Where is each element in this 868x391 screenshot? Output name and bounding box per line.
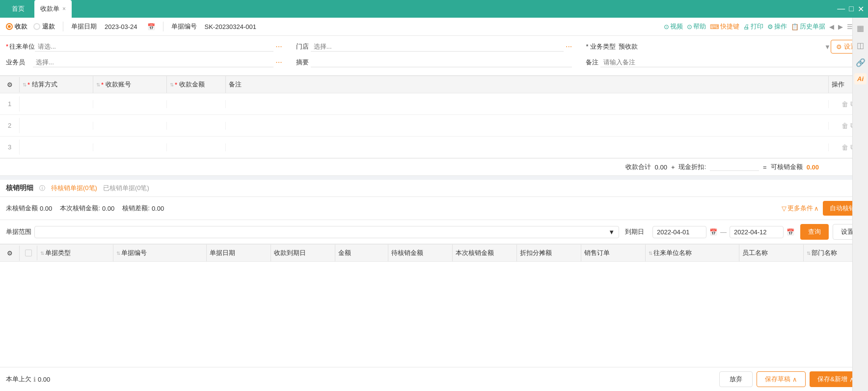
bottom-bar: 本单上欠 ℹ 0.00 放弃 保存草稿 ∧ 保存&新增 ∧	[0, 367, 868, 391]
row-1-beizhu[interactable]	[226, 100, 829, 108]
summary-input[interactable]	[311, 57, 572, 67]
bottom-stat-info-icon[interactable]: ℹ	[33, 376, 36, 383]
print-link[interactable]: 🖨 打印	[743, 22, 763, 31]
window-minimize-icon[interactable]: —	[837, 4, 845, 13]
row-1-delete-icon[interactable]: 🗑	[841, 100, 848, 108]
filter-range-select[interactable]: ▼	[34, 226, 619, 238]
table-header: ⚙ ⇅ * 结算方式 ⇅ * 收款账号 ⇅ * 收款金额 备注 操作	[0, 76, 868, 93]
row-3-delete-icon[interactable]: 🗑	[841, 143, 848, 151]
nav-next-icon[interactable]: ▶	[838, 23, 843, 30]
row-3-beizhu[interactable]	[226, 143, 829, 151]
vth-discount: 折扣分摊额	[517, 245, 581, 261]
tab-close-icon[interactable]: ×	[62, 5, 66, 12]
number-value: SK-20230324-001	[205, 23, 257, 30]
verify-header: 核销明细 ⓘ 待核销单据(0笔) 已核销单据(0笔)	[0, 180, 868, 197]
nav-prev-icon[interactable]: ◀	[829, 23, 834, 30]
filter-row: 单据范围 ▼ 到期日 📅 — 📅 查询 设置	[0, 220, 868, 244]
row-3-jine[interactable]	[167, 143, 226, 151]
vth-num: ⇅ 单据编号	[113, 245, 207, 261]
vth-checkbox[interactable]	[20, 246, 37, 260]
staff-input[interactable]	[33, 57, 273, 67]
shortcut-link[interactable]: ⌨ 快捷键	[710, 22, 739, 31]
filter-date-range: 到期日 📅 — 📅	[625, 226, 794, 238]
filter-date1-input[interactable]	[652, 226, 706, 238]
radio-tuidan[interactable]: 退款	[33, 22, 55, 31]
table-row: 2 🗑 ⧉	[0, 115, 868, 137]
store-input[interactable]	[311, 42, 564, 52]
sidebar-table-icon[interactable]: ◫	[855, 39, 866, 52]
calendar-icon[interactable]: 📅	[147, 23, 155, 30]
staff-field: 业务员 ···	[6, 57, 282, 67]
window-maximize-icon[interactable]: □	[849, 4, 854, 13]
tab-done[interactable]: 已核销单据(0笔)	[103, 184, 149, 193]
bottom-stat-value: 0.00	[38, 376, 50, 383]
filter-date1-cal-icon[interactable]: 📅	[709, 228, 717, 236]
filter-date2-cal-icon[interactable]: 📅	[787, 228, 794, 236]
remark-label: 备注	[586, 58, 600, 67]
biz-type-label: * 业务类型	[586, 42, 616, 51]
chevron-up-icon: ∧	[814, 205, 819, 212]
form-row-2: 业务员 ··· 摘要 备注	[6, 57, 862, 67]
partner-input[interactable]	[35, 42, 273, 52]
verify-info-icon[interactable]: ⓘ	[39, 184, 45, 193]
vth-settings[interactable]: ⚙	[0, 246, 20, 261]
top-toolbar: 收款 退款 单据日期 2023-03-24 📅 单据编号 SK-20230324…	[0, 18, 868, 36]
summary-label: 摘要	[296, 58, 311, 67]
partner-more-btn[interactable]: ···	[275, 42, 282, 51]
remark-input[interactable]	[600, 57, 862, 67]
row-1-shoukuan[interactable]	[93, 100, 167, 108]
row-2-shoukuan[interactable]	[93, 122, 167, 130]
video-link[interactable]: ⊙ 视频	[664, 22, 683, 31]
tab-bar: 首页 收款单 × — □ ✕	[0, 0, 868, 18]
window-close-icon[interactable]: ✕	[858, 4, 864, 14]
help-link[interactable]: ⊙ 帮助	[687, 22, 706, 31]
filter-more-btn[interactable]: ▽ 更多条件 ∧	[782, 204, 819, 213]
partner-label: 往来单位	[6, 42, 35, 51]
form-area: 往来单位 ··· 门店 ··· * 业务类型 预收款 ▼ ⚙ 设置	[0, 36, 868, 76]
row-3-jiesuan[interactable]	[20, 143, 93, 151]
row-1-jine[interactable]	[167, 100, 226, 108]
table-wrapper: ⚙ ⇅ * 结算方式 ⇅ * 收款账号 ⇅ * 收款金额 备注 操作	[0, 76, 868, 159]
radio-shoukuan[interactable]: 收款	[6, 22, 27, 31]
store-more-btn[interactable]: ···	[566, 42, 572, 51]
bottom-stat: 本单上欠 ℹ 0.00	[6, 375, 50, 384]
filter-due-label: 到期日	[625, 227, 650, 236]
tab-active[interactable]: 收款单 ×	[34, 0, 72, 18]
discount-input[interactable]	[710, 163, 759, 171]
store-label: 门店	[296, 42, 311, 51]
abandon-button[interactable]: 放弃	[719, 371, 753, 387]
biz-type-value: 预收款	[616, 41, 824, 52]
row-2-beizhu[interactable]	[226, 122, 829, 130]
filter-date2-input[interactable]	[730, 226, 784, 238]
tab-pending[interactable]: 待核销单据(0笔)	[51, 184, 97, 193]
remark-field: 备注	[586, 57, 862, 67]
sidebar-link-icon[interactable]: 🔗	[854, 56, 868, 69]
query-button[interactable]: 查询	[800, 224, 829, 240]
save-draft-button[interactable]: 保存草稿 ∧	[757, 371, 806, 387]
stat-diff-value: 0.00	[152, 205, 164, 212]
bottom-stat-label: 本单上欠	[6, 375, 31, 384]
ops-link[interactable]: ⚙ 操作	[767, 22, 787, 31]
table-row: 3 🗑 ⧉	[0, 137, 868, 158]
equal-label: =	[763, 164, 767, 171]
staff-more-btn[interactable]: ···	[275, 58, 282, 67]
stat-uncancelled: 未核销金额 0.00	[6, 204, 52, 213]
available-value: 0.00	[807, 164, 819, 171]
history-link[interactable]: 📋 历史单据	[791, 22, 825, 31]
row-3-shoukuan[interactable]	[93, 143, 167, 151]
th-settings[interactable]: ⚙	[0, 77, 20, 92]
date-separator: —	[720, 228, 727, 236]
row-2-delete-icon[interactable]: 🗑	[841, 122, 848, 130]
sidebar-ai-icon[interactable]: Ai	[854, 73, 867, 84]
sidebar-grid-icon[interactable]: ▦	[855, 22, 866, 35]
row-2-jiesuan[interactable]	[20, 122, 93, 130]
partner-field: 往来单位 ···	[6, 42, 282, 52]
gear-icon: ⚙	[836, 43, 842, 51]
row-1-jiesuan[interactable]	[20, 100, 93, 108]
vth-date: 单据日期	[207, 245, 271, 261]
row-2-jine[interactable]	[167, 122, 226, 130]
th-shoukuan: ⇅ * 收款账号	[93, 76, 167, 93]
biz-type-chevron[interactable]: ▼	[824, 43, 831, 51]
tab-home[interactable]: 首页	[4, 0, 32, 18]
radio-shoukuan-dot	[6, 23, 13, 30]
